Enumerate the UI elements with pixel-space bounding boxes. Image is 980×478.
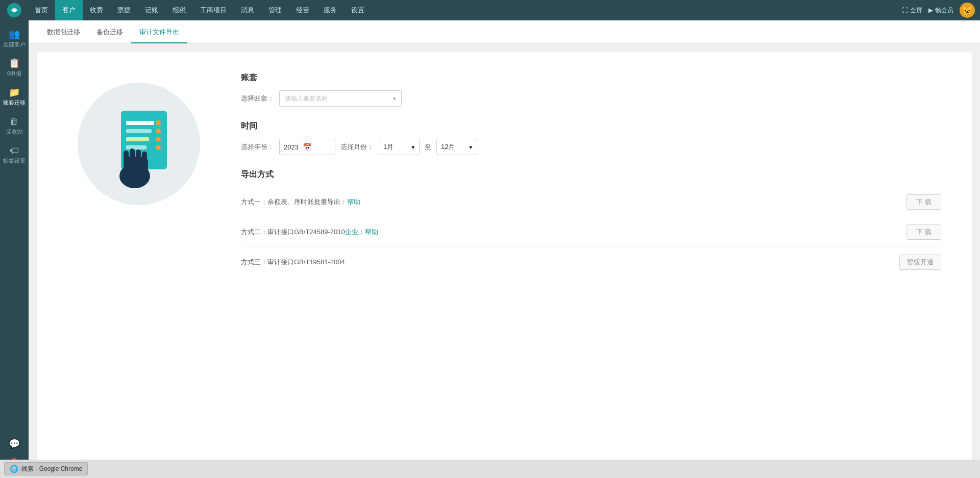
method2-help-link[interactable]: 帮助 (365, 228, 378, 236)
chat-icon: 💬 (9, 439, 20, 448)
nav-tax[interactable]: 报税 (165, 0, 193, 20)
account-title: 账套 (241, 72, 941, 83)
calendar-icon: 📅 (303, 143, 311, 151)
account-select-placeholder: 请输入账套名称 (285, 94, 328, 103)
recycle-icon: 🗑 (10, 117, 19, 126)
main-content: 数据包迁移 备份迁移 审计文件导出 (29, 20, 980, 478)
time-separator: 至 (425, 142, 431, 152)
app-logo[interactable] (5, 1, 23, 19)
export-method-1: 方式一：余额表、序时账批量导出：帮助 下 载 (241, 187, 941, 217)
tabs-bar: 数据包迁移 备份迁移 审计文件导出 (29, 20, 980, 44)
export-method-2: 方式二：审计接口GB/T24589-2010企业：帮助 下 载 (241, 217, 941, 247)
zero-report-icon: 📋 (9, 59, 20, 68)
nav-home[interactable]: 首页 (28, 0, 55, 20)
svg-point-8 (156, 129, 161, 134)
svg-rect-14 (130, 148, 135, 163)
fullscreen-button[interactable]: ⛶ 全屏 (902, 6, 922, 15)
nav-settings[interactable]: 设置 (344, 0, 372, 20)
nav-fee[interactable]: 收费 (83, 0, 110, 20)
export-method-1-text: 方式一：余额表、序时账批量导出：帮助 (241, 197, 360, 207)
export-method-3: 方式三：审计接口GB/T19581-2004 暂缓开通 (241, 247, 941, 277)
nav-business[interactable]: 工商项目 (193, 0, 234, 20)
sidebar-item-label-settings[interactable]: 🏷 标签设置 (0, 141, 29, 170)
tab-audit-export[interactable]: 审计文件导出 (131, 21, 187, 43)
nav-operation[interactable]: 经营 (289, 0, 316, 20)
taskbar-chrome-button[interactable]: 🌐 线索 - Google Chrome (4, 462, 88, 475)
taskbar: 🌐 线索 - Google Chrome (0, 460, 980, 478)
sidebar-item-account-migration[interactable]: 📁 账套迁移 (0, 83, 29, 112)
year-label: 选择年份： (241, 142, 274, 152)
year-value: 2023 (284, 143, 299, 151)
account-select-row: 选择账套： 请输入账套名称 ▾ (241, 90, 941, 107)
svg-rect-13 (124, 150, 129, 164)
customers-icon: 👥 (9, 30, 20, 39)
svg-rect-3 (126, 121, 154, 125)
svg-rect-4 (126, 129, 152, 133)
export-section: 导出方式 方式一：余额表、序时账批量导出：帮助 下 载 方式二：审计接口GB/T… (241, 169, 941, 277)
content-area: 账套 选择账套： 请输入账套名称 ▾ 时间 选择年份： 2023 📅 (37, 52, 972, 470)
account-select-label: 选择账套： (241, 94, 274, 103)
month-start-value: 1月 (383, 142, 394, 152)
account-select-arrow-icon: ▾ (393, 95, 396, 102)
method2-download-button[interactable]: 下 载 (906, 224, 941, 240)
sidebar-item-recycle[interactable]: 🗑 回收站 (0, 112, 29, 141)
month-end-select[interactable]: 12月 ▾ (436, 139, 477, 155)
nav-ticket[interactable]: 票据 (110, 0, 138, 20)
month-start-select[interactable]: 1月 ▾ (379, 139, 420, 155)
svg-point-1 (13, 9, 16, 12)
time-section: 时间 选择年份： 2023 📅 选择月份： 1月 ▾ 至 12月 (241, 121, 941, 155)
svg-rect-15 (136, 149, 141, 163)
svg-point-9 (156, 137, 161, 142)
svg-point-7 (156, 120, 161, 125)
tab-data-migration[interactable]: 数据包迁移 (39, 21, 88, 43)
svg-point-10 (156, 145, 161, 150)
method2-suffix: ： (358, 228, 365, 236)
time-row: 选择年份： 2023 📅 选择月份： 1月 ▾ 至 12月 ▾ (241, 139, 941, 155)
svg-rect-6 (126, 145, 146, 149)
time-title: 时间 (241, 121, 941, 132)
avatar-icon: 🐱 (962, 6, 972, 15)
method1-prefix: 方式一：余额表、序时账批量导出： (241, 198, 347, 206)
migration-icon: 📁 (9, 88, 20, 97)
member-icon: ▶ (928, 7, 933, 14)
account-section: 账套 选择账套： 请输入账套名称 ▾ (241, 72, 941, 107)
taskbar-chrome-label: 线索 - Google Chrome (21, 465, 82, 473)
nav-bookkeeping[interactable]: 记账 (138, 0, 165, 20)
sidebar: 👥 全部客户 📋 0申报 📁 账套迁移 🗑 回收站 🏷 标签设置 💬 ❓ (0, 20, 29, 478)
svg-rect-16 (142, 152, 147, 163)
export-method-2-text: 方式二：审计接口GB/T24589-2010企业：帮助 (241, 228, 378, 237)
nav-customer[interactable]: 客户 (55, 0, 83, 20)
sidebar-item-zero-report[interactable]: 📋 0申报 (0, 54, 29, 83)
account-select-input[interactable]: 请输入账套名称 ▾ (279, 90, 402, 107)
nav-message[interactable]: 消息 (234, 0, 261, 20)
avatar[interactable]: 🐱 (960, 3, 975, 18)
sidebar-item-chat[interactable]: 💬 (0, 434, 29, 454)
method2-company-link[interactable]: 企业 (345, 228, 358, 236)
method1-help-link[interactable]: 帮助 (347, 198, 360, 206)
illustration-circle (78, 83, 200, 205)
member-button[interactable]: ▶ 畅会员 (928, 6, 953, 15)
illustration-panel (67, 72, 210, 449)
method3-vip-button[interactable]: 暂缓开通 (899, 255, 941, 270)
label-icon: 🏷 (10, 146, 19, 155)
top-nav-right: ⛶ 全屏 ▶ 畅会员 🐱 (902, 3, 975, 18)
svg-rect-5 (126, 137, 149, 141)
month-end-arrow-icon: ▾ (469, 143, 473, 151)
top-nav-items: 首页 客户 收费 票据 记账 报税 工商项目 消息 管理 经营 服务 设置 (28, 0, 902, 20)
tab-backup-migration[interactable]: 备份迁移 (88, 21, 131, 43)
chrome-icon: 🌐 (10, 465, 18, 473)
export-method-3-text: 方式三：审计接口GB/T19581-2004 (241, 258, 345, 267)
sidebar-item-all-customers[interactable]: 👥 全部客户 (0, 24, 29, 54)
month-end-value: 12月 (441, 142, 455, 152)
nav-service[interactable]: 服务 (316, 0, 344, 20)
method1-download-button[interactable]: 下 载 (906, 194, 941, 210)
export-title: 导出方式 (241, 169, 941, 180)
method3-prefix: 方式三：审计接口GB/T19581-2004 (241, 258, 345, 266)
top-navigation: 首页 客户 收费 票据 记账 报税 工商项目 消息 管理 经营 服务 设置 ⛶ … (0, 0, 980, 20)
illustration-svg (98, 95, 180, 192)
form-area: 账套 选择账套： 请输入账套名称 ▾ 时间 选择年份： 2023 📅 (241, 72, 941, 449)
month-start-label: 选择月份： (340, 142, 374, 152)
method2-prefix: 方式二：审计接口GB/T24589-2010 (241, 228, 345, 236)
nav-manage[interactable]: 管理 (261, 0, 289, 20)
year-input[interactable]: 2023 📅 (279, 139, 335, 155)
